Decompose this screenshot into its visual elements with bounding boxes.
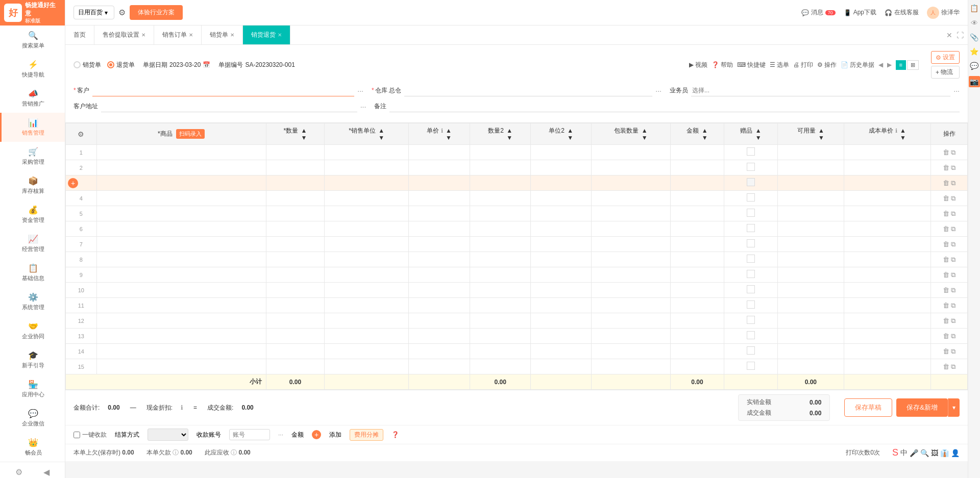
row-gift-cell[interactable] xyxy=(724,283,777,298)
add-row-btn[interactable]: + xyxy=(68,178,78,188)
copy-row-icon[interactable]: ⧉ xyxy=(951,301,955,309)
row-amount-cell[interactable] xyxy=(671,267,724,283)
row-product-cell[interactable] xyxy=(96,191,266,206)
row-available-cell[interactable] xyxy=(777,344,844,359)
row-gift-cell[interactable] xyxy=(724,160,777,175)
row-unit2-cell[interactable] xyxy=(531,359,592,374)
row-qty2-cell[interactable] xyxy=(470,267,531,283)
row-gift-cell[interactable] xyxy=(724,298,777,313)
gift-checkbox[interactable] xyxy=(747,224,755,232)
delete-row-icon[interactable]: 🗑 xyxy=(943,225,949,233)
row-pack-qty-cell[interactable] xyxy=(592,175,671,191)
row-pack-qty-cell[interactable] xyxy=(592,221,671,237)
gift-checkbox[interactable] xyxy=(747,362,755,370)
row-qty2-cell[interactable] xyxy=(470,160,531,175)
row-unit-price-cell[interactable] xyxy=(409,298,470,313)
row-product-cell[interactable] xyxy=(96,329,266,344)
row-cost-price-cell[interactable] xyxy=(844,237,930,252)
row-qty-cell[interactable] xyxy=(266,237,325,252)
address-more-icon[interactable]: ··· xyxy=(360,103,366,111)
row-gift-cell[interactable] xyxy=(724,145,777,160)
fee-split-help-icon[interactable]: ❓ xyxy=(391,431,399,438)
row-unit2-cell[interactable] xyxy=(531,252,592,267)
delete-row-icon[interactable]: 🗑 xyxy=(943,301,949,309)
row-sales-unit-cell[interactable] xyxy=(325,344,409,359)
right-panel-icon-1[interactable]: 📋 xyxy=(970,4,978,13)
row-unit-price-cell[interactable] xyxy=(409,160,470,175)
row-available-cell[interactable] xyxy=(777,313,844,329)
logistics-btn[interactable]: + 物流 xyxy=(931,66,960,79)
row-amount-cell[interactable] xyxy=(671,237,724,252)
row-qty-cell[interactable] xyxy=(266,329,325,344)
copy-row-icon[interactable]: ⧉ xyxy=(951,164,955,171)
row-unit2-cell[interactable] xyxy=(531,329,592,344)
gift-checkbox[interactable] xyxy=(747,300,755,309)
row-qty2-cell[interactable] xyxy=(470,206,531,221)
row-available-cell[interactable] xyxy=(777,206,844,221)
print-btn[interactable]: 🖨 打印 xyxy=(793,61,813,69)
maximize-icon[interactable]: ⛶ xyxy=(957,31,964,39)
row-qty2-cell[interactable] xyxy=(470,298,531,313)
right-panel-icon-6[interactable]: 📷 xyxy=(969,76,980,87)
shortcut-btn[interactable]: ⌨ 快捷键 xyxy=(737,61,766,69)
address-input[interactable] xyxy=(101,100,357,112)
row-pack-qty-cell[interactable] xyxy=(592,145,671,160)
row-sales-unit-cell[interactable] xyxy=(325,175,409,191)
row-cost-price-cell[interactable] xyxy=(844,221,930,237)
sidebar-item-search[interactable]: 🔍 搜索菜单 xyxy=(0,26,65,55)
unit-price-info-icon[interactable]: ℹ xyxy=(441,128,443,134)
sidebar-item-newguide[interactable]: 🎓 新手引导 xyxy=(0,345,65,374)
row-qty-cell[interactable] xyxy=(266,206,325,221)
tab-home[interactable]: 首页 xyxy=(65,26,94,44)
row-product-cell[interactable] xyxy=(96,252,266,267)
close-tab-icon[interactable]: ✕ xyxy=(946,31,952,39)
bill-due-info[interactable]: ⓘ xyxy=(173,449,179,456)
cash-discount-info-icon[interactable]: ℹ xyxy=(181,404,183,411)
row-available-cell[interactable] xyxy=(777,267,844,283)
row-cost-price-cell[interactable] xyxy=(844,175,930,191)
one-click-collect-label[interactable]: 一键收款 xyxy=(74,431,107,439)
sidebar-item-operation[interactable]: 📈 经营管理 xyxy=(0,229,65,258)
view-list-btn[interactable]: ≡ xyxy=(896,60,906,70)
row-unit-price-cell[interactable] xyxy=(409,329,470,344)
row-product-cell[interactable] xyxy=(96,298,266,313)
warehouse-input[interactable] xyxy=(404,85,652,96)
copy-row-icon[interactable]: ⧉ xyxy=(951,256,955,263)
gift-checkbox[interactable] xyxy=(747,239,755,247)
row-cost-price-cell[interactable] xyxy=(844,267,930,283)
row-amount-cell[interactable] xyxy=(671,160,724,175)
row-amount-cell[interactable] xyxy=(671,283,724,298)
row-amount-cell[interactable] xyxy=(671,252,724,267)
row-unit2-cell[interactable] xyxy=(531,206,592,221)
row-available-cell[interactable] xyxy=(777,160,844,175)
row-amount-cell[interactable] xyxy=(671,145,724,160)
gift-checkbox[interactable] xyxy=(747,193,755,202)
should-collect-info[interactable]: ⓘ xyxy=(231,449,237,456)
collapse-icon[interactable]: ◀ xyxy=(43,467,50,477)
row-available-cell[interactable] xyxy=(777,298,844,313)
row-available-cell[interactable] xyxy=(777,237,844,252)
calc-method-select[interactable] xyxy=(148,429,188,441)
one-click-collect-checkbox[interactable] xyxy=(74,432,80,438)
row-cost-price-cell[interactable] xyxy=(844,145,930,160)
row-amount-cell[interactable] xyxy=(671,298,724,313)
sidebar-item-inventory[interactable]: 📦 库存核算 xyxy=(0,171,65,200)
gift-checkbox[interactable] xyxy=(747,331,755,339)
delete-row-icon[interactable]: 🗑 xyxy=(943,286,949,294)
industry-select[interactable]: 日用百货 ▾ xyxy=(74,6,114,19)
row-unit-price-cell[interactable] xyxy=(409,145,470,160)
sidebar-item-shortcut[interactable]: ⚡ 快捷导航 xyxy=(0,55,65,84)
row-cost-price-cell[interactable] xyxy=(844,329,930,344)
gift-checkbox[interactable] xyxy=(747,255,755,263)
select-btn[interactable]: ☰ 选单 xyxy=(770,61,789,69)
delete-row-icon[interactable]: 🗑 xyxy=(943,179,949,187)
row-available-cell[interactable] xyxy=(777,221,844,237)
row-cost-price-cell[interactable] xyxy=(844,313,930,329)
right-panel-icon-3[interactable]: 📎 xyxy=(970,33,978,41)
row-pack-qty-cell[interactable] xyxy=(592,283,671,298)
row-amount-cell[interactable] xyxy=(671,359,724,374)
tab-sales-return[interactable]: 销货退货 ✕ xyxy=(243,26,290,44)
row-gift-cell[interactable] xyxy=(724,359,777,374)
row-pack-qty-cell[interactable] xyxy=(592,252,671,267)
add-row-btn-cell[interactable]: + xyxy=(66,175,97,191)
